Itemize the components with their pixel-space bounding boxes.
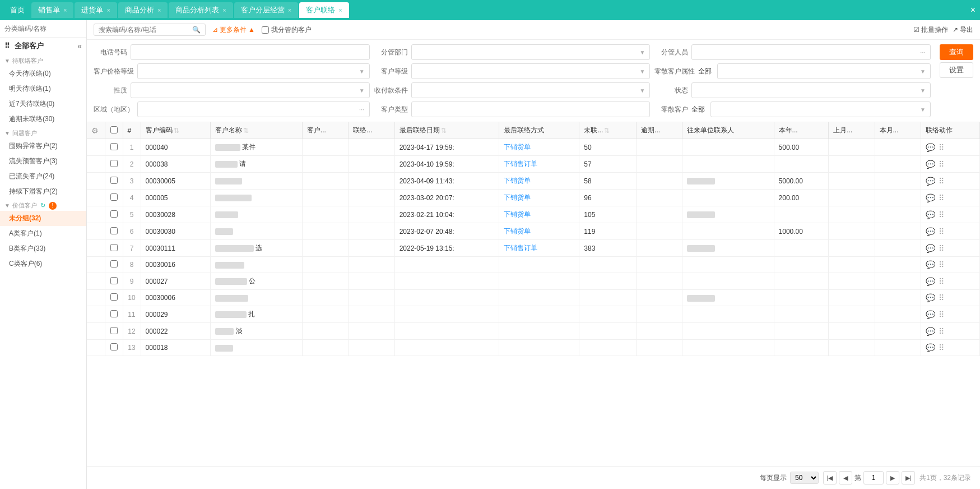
th-name[interactable]: 客户名称⇅	[210, 122, 302, 139]
nav-home[interactable]: 首页	[4, 5, 30, 15]
sidebar-item-ungroup[interactable]: 未分组(32)	[0, 211, 86, 226]
row-checkbox[interactable]	[110, 293, 118, 301]
chat-icon[interactable]: 💬	[926, 193, 935, 202]
tab-sales-order[interactable]: 销售单 ×	[31, 2, 73, 18]
reset-button[interactable]: 设置	[940, 62, 973, 78]
sidebar-item-churn-warning[interactable]: 流失预警客户(3)	[0, 154, 86, 169]
group-problem-customers[interactable]: ▼ 问题客户	[0, 127, 86, 139]
th-no-contact[interactable]: 未联...⇅	[579, 122, 637, 139]
sidebar-item-tomorrow-pending[interactable]: 明天待联络(1)	[0, 81, 86, 96]
contact-way-link[interactable]: 下销货单	[504, 210, 531, 218]
per-page-select[interactable]: 50 20 100	[790, 472, 819, 484]
phone-input[interactable]	[131, 44, 370, 60]
grid-action-icon[interactable]: ⠿	[939, 277, 944, 286]
tab-product-analysis[interactable]: 商品分析 ×	[118, 2, 168, 18]
tab-customer-contact[interactable]: 客户联络 ×	[299, 2, 349, 18]
th-this-month[interactable]: 本月...	[875, 122, 921, 139]
next-page-button[interactable]: ▶	[886, 471, 899, 485]
sidebar-item-class-c[interactable]: C类客户(6)	[0, 256, 86, 271]
close-icon[interactable]: ×	[288, 7, 291, 13]
contact-way-link[interactable]: 下销售订单	[504, 160, 537, 168]
search-icon[interactable]: 🔍	[192, 26, 201, 34]
row-checkbox[interactable]	[110, 193, 118, 201]
my-customers-checkbox[interactable]: 我分管的客户	[262, 25, 312, 35]
prev-page-button[interactable]: ◀	[839, 471, 852, 485]
contact-way-link[interactable]: 下销货单	[504, 193, 531, 201]
export-button[interactable]: ↗ 导出	[953, 25, 973, 35]
row-checkbox[interactable]	[110, 327, 118, 334]
row-checkbox[interactable]	[110, 210, 118, 218]
th-this-year[interactable]: 本年...	[774, 122, 829, 139]
first-page-button[interactable]: |◀	[823, 471, 837, 485]
close-window-icon[interactable]: ×	[970, 5, 976, 15]
sidebar-item-continuous-decline[interactable]: 持续下滑客户(2)	[0, 184, 86, 199]
row-checkbox[interactable]	[110, 177, 118, 184]
row-checkbox[interactable]	[110, 143, 118, 150]
grid-action-icon[interactable]: ⠿	[939, 293, 944, 302]
tab-purchase-order[interactable]: 进货单 ×	[75, 2, 117, 18]
close-icon[interactable]: ×	[63, 7, 67, 13]
th-overdue[interactable]: 逾期...	[637, 122, 682, 139]
customer-level-select[interactable]: ▼	[411, 63, 651, 79]
page-number-input[interactable]	[863, 471, 884, 485]
batch-operate-button[interactable]: ☑ 批量操作	[913, 25, 948, 35]
row-checkbox[interactable]	[110, 343, 118, 350]
th-last-contact-way[interactable]: 最后联络方式	[499, 122, 579, 139]
dept-select[interactable]: ▼	[411, 44, 651, 60]
sidebar-item-overdue-contact[interactable]: 逾期未联络(30)	[0, 112, 86, 127]
search-input[interactable]	[99, 26, 190, 34]
row-checkbox[interactable]	[110, 277, 118, 284]
chat-icon[interactable]: 💬	[926, 260, 935, 269]
close-icon[interactable]: ×	[338, 7, 342, 13]
close-icon[interactable]: ×	[222, 7, 226, 13]
grid-action-icon[interactable]: ⠿	[939, 193, 944, 202]
chat-icon[interactable]: 💬	[926, 277, 935, 286]
settings-icon[interactable]: ⚙	[91, 126, 99, 135]
row-checkbox[interactable]	[110, 227, 118, 234]
group-value-customers[interactable]: ▼ 价值客户 ↻ !	[0, 199, 86, 211]
grid-action-icon[interactable]: ⠿	[939, 244, 944, 253]
chat-icon[interactable]: 💬	[926, 327, 935, 336]
retail-customer-select[interactable]: ▼	[710, 102, 931, 117]
chat-icon[interactable]: 💬	[926, 343, 935, 352]
price-level-select[interactable]: ▼	[137, 63, 370, 79]
retail-attr-select[interactable]: ▼	[717, 63, 931, 79]
grid-action-icon[interactable]: ⠿	[939, 177, 944, 186]
all-customers-header[interactable]: ⠿ 全部客户 «	[0, 38, 86, 54]
contact-way-link[interactable]: 下销货单	[504, 143, 531, 151]
grid-action-icon[interactable]: ⠿	[939, 143, 944, 152]
grid-action-icon[interactable]: ⠿	[939, 210, 944, 219]
chat-icon[interactable]: 💬	[926, 143, 935, 152]
grid-action-icon[interactable]: ⠿	[939, 343, 944, 352]
row-checkbox[interactable]	[110, 260, 118, 267]
chat-icon[interactable]: 💬	[926, 160, 935, 169]
sidebar-item-7days-pending[interactable]: 近7天待联络(0)	[0, 96, 86, 112]
sidebar-item-hoarding-abnormal[interactable]: 囤购异常客户(2)	[0, 139, 86, 154]
th-contact[interactable]: 联络...	[349, 122, 394, 139]
area-select[interactable]: ···	[137, 102, 370, 117]
close-icon[interactable]: ×	[157, 7, 161, 13]
manager-select[interactable]: ···	[691, 44, 931, 60]
tab-product-analysis-list[interactable]: 商品分析列表 ×	[169, 2, 233, 18]
chat-icon[interactable]: 💬	[926, 177, 935, 186]
sidebar-search-input[interactable]	[4, 25, 87, 33]
payment-select[interactable]: ▼	[411, 82, 651, 98]
close-icon[interactable]: ×	[106, 7, 110, 13]
chat-icon[interactable]: 💬	[926, 227, 935, 236]
last-page-button[interactable]: ▶|	[902, 471, 915, 485]
grid-action-icon[interactable]: ⠿	[939, 327, 944, 336]
query-button[interactable]: 查询	[940, 44, 973, 60]
more-conditions-button[interactable]: ⊿ 更多条件 ▲	[212, 25, 255, 35]
chat-icon[interactable]: 💬	[926, 244, 935, 253]
row-checkbox[interactable]	[110, 160, 118, 167]
contact-way-link[interactable]: 下销货单	[504, 227, 531, 235]
th-partner-contact[interactable]: 往来单位联系人	[682, 122, 774, 139]
sidebar-item-churned[interactable]: 已流失客户(24)	[0, 169, 86, 184]
status-select[interactable]: ▼	[691, 82, 931, 98]
customer-type-select[interactable]	[411, 102, 651, 117]
grid-action-icon[interactable]: ⠿	[939, 260, 944, 269]
chat-icon[interactable]: 💬	[926, 310, 935, 319]
th-last-contact-date[interactable]: 最后联络日期⇅	[394, 122, 499, 139]
th-last-month[interactable]: 上月...	[829, 122, 875, 139]
contact-way-link[interactable]: 下销货单	[504, 177, 531, 184]
